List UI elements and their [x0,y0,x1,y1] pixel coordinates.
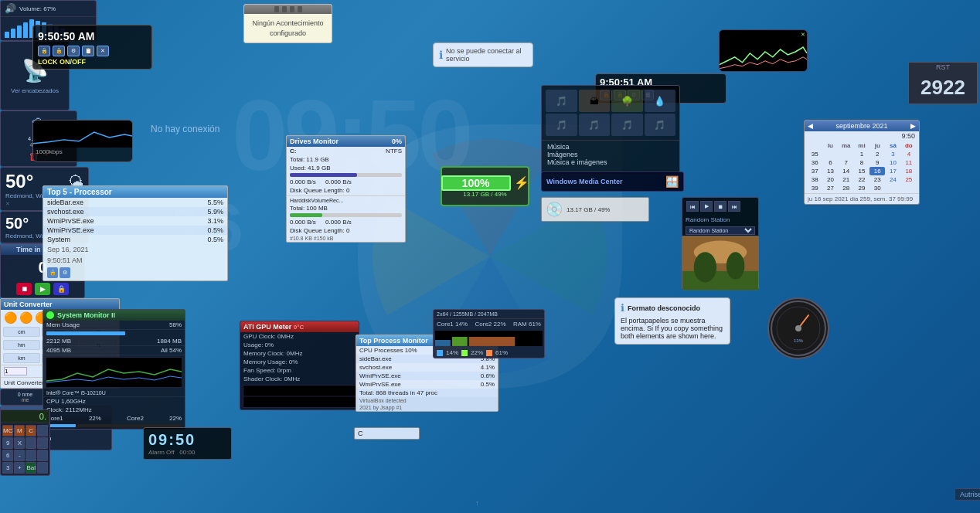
notebook-line-1 [274,6,279,12]
thumb-3[interactable]: 🌳 [611,90,643,112]
drive-hdd-bar-fill [290,213,322,217]
clock-icon-btn4[interactable]: ✕ [97,46,109,56]
cal-lu: lu [822,141,838,150]
clock-icon-btn2[interactable]: ⚙ [67,46,80,56]
time-buttons: ⏹ ▶ 🔒 [1,280,84,297]
time-lock-btn[interactable]: 🔒 [53,283,69,295]
cpu-clock: Clock: 2112MHz [46,406,92,413]
notebook-line-3 [290,6,294,12]
cal-wk-header [807,141,822,150]
drive-c-io: 0.000 B/s 0.000 B/s [287,178,405,186]
drive-hdd-io: 0.000 B/s 0.000 B/s [287,218,405,226]
cal-d6: 4 [901,150,917,158]
calc-3[interactable]: 3 [2,462,13,474]
mp-play-btn[interactable]: ▶ [700,201,713,212]
clock-widget-topleft: 9:50:50 AM 🔒 🔒 ⚙ 📋 ✕ LOCK ON/OFF [32,25,152,70]
thumb-5[interactable]: 🎵 [546,114,577,136]
gpu-clock: GPU Clock: 0MHz [243,333,294,340]
top5-date: Sep 16, 2021 [43,244,227,255]
thumb-2[interactable]: 🏔 [579,90,611,112]
vol-bar-4 [23,22,28,38]
unknown-title: Formato desconocido [628,304,700,312]
mp-prev-btn[interactable]: ⏮ [686,201,699,212]
mp-station: Random Station [682,215,758,225]
cal-sa: sá [885,141,900,150]
calc-buttons[interactable]: MC M C 9 X 6 - 3 + Bal [1,423,49,475]
gpu-usage: Usage: 0% [243,341,274,348]
network-graph [33,121,132,148]
autrise-button[interactable]: Autrise [954,488,980,501]
cal-d15: 15 [854,167,869,175]
unit-input[interactable] [4,367,27,375]
calc-x[interactable]: X [14,437,25,449]
drive-c-bar-bg [290,173,402,177]
drive-hdd-bar [287,212,405,218]
thumb-4[interactable]: 💧 [645,90,676,112]
calc-c-btn[interactable]: C [26,425,36,437]
calc-bal[interactable]: Bal [26,462,36,474]
time-play-btn[interactable]: ▶ [35,283,50,295]
thumb-1[interactable]: 🎵 [546,90,577,112]
lock-icon-btn[interactable]: 🔒 [38,46,50,56]
unit-km[interactable]: km [3,353,40,363]
svg-rect-1 [435,340,451,346]
calc-mc[interactable]: MC [2,425,13,437]
cpu-freq: CPU 1,60GHz [46,398,86,405]
calc-6[interactable]: 6 [2,450,13,461]
top5-icon-lock[interactable]: 🔒 [47,267,58,278]
tpm-proc-name-2: svchost.exe [359,364,392,371]
sysmon-mem-vals: 2212 MB 1884 MB [43,337,185,346]
gpu-shader: Shader Clock: 0MHz [243,375,300,382]
calc-9[interactable]: 9 [2,437,13,449]
thumb-7[interactable]: 🎵 [611,114,643,136]
cal-wk39: 39 [807,184,822,192]
time-stop-btn[interactable]: ⏹ [16,283,32,295]
cal-d3: 1 [854,150,869,158]
cal-wk37: 37 [807,167,822,175]
hdd-info: 13.17 GB / 49% [567,206,610,213]
tpm-date-text: 2021 by Jsapp #1 [359,405,402,410]
cal-d23: 23 [869,175,885,184]
cpugraph-header: 2x64 / 1255MB / 2047MB [434,310,544,319]
cal-prev-btn[interactable]: ◀ [808,122,813,130]
mp-stop-btn[interactable]: ⏹ [714,201,726,212]
cal-d2 [839,150,854,158]
hdd-icon: 💿 [546,201,563,218]
media-thumbnails-widget: 🎵 🏔 🌳 💧 🎵 🎵 🎵 🎵 Música Imágenes Música e… [541,85,680,174]
tpm-proc-name-4: WmiPrvSE.exe [359,381,401,388]
top5-bottom: 🔒 ⚙ [43,266,227,280]
calc-plus[interactable]: + [14,462,25,474]
autrise-area: ↑ Autrise [475,499,479,507]
clock-icon-btn3[interactable]: 📋 [82,46,94,56]
drive-c-label: C: NTFS [287,147,405,155]
cal-d1 [822,150,838,158]
unit-icon-1: 🟠 [4,311,17,324]
calc-m-btn[interactable]: M [14,425,25,437]
thumb-8[interactable]: 🎵 [645,114,676,136]
gpu-mem-clock: Memory Clock: 0MHz [243,350,302,357]
cal-d-empty2 [901,184,917,192]
weather-temp: 50° [5,171,33,192]
mp-next-btn[interactable]: ⏭ [728,201,740,212]
top5-icon-gear[interactable]: ⚙ [60,267,70,278]
sysmon-graph [46,357,182,388]
cal-d30: 30 [869,184,885,192]
unit-hm[interactable]: hm [3,340,40,350]
battery-lightning-icon: ⚡ [514,175,529,190]
rst-widget: RST 2922 [908,62,978,104]
clock-icon-btn1[interactable]: 🔒 [53,46,65,56]
lock-label: LOCK ON/OFF [38,58,147,66]
vol-header: 🔊 Volume: 67% [1,1,96,17]
cal-next-btn[interactable]: ▶ [910,122,916,130]
battery-bar: 100% [441,175,511,191]
calc-minus[interactable]: - [14,450,25,461]
thumb-6[interactable]: 🎵 [579,114,611,136]
media-label-2: Imágenes [547,151,674,158]
proc-name-4: WmiPrvSE.exe [47,226,94,234]
mem-val-2: 1884 MB [157,338,182,345]
unit-cm[interactable]: cm [3,327,40,337]
graph-close[interactable]: ✕ [801,32,805,38]
mp-station-select[interactable]: Random Station [686,226,755,235]
drive-c-write: 0.000 B/s [325,178,352,185]
media-label-3: Música e imágenes [547,158,674,166]
